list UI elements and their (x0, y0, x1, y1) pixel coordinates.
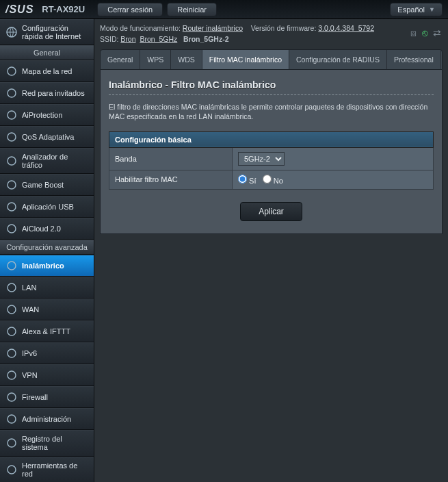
band-select[interactable]: 2.4GHz5GHz-15GHz-2 (238, 152, 285, 166)
mode-label: Modo de funcionamiento: (100, 24, 181, 32)
svg-point-7 (8, 203, 16, 211)
sidebar-adv-8[interactable]: Registro del sistema (0, 430, 94, 456)
radio-no-label[interactable]: No (263, 177, 283, 185)
radio-yes[interactable] (238, 175, 247, 183)
tab-6[interactable]: Roaming Block List (441, 50, 443, 69)
sidebar-adv-5[interactable]: VPN (0, 364, 94, 386)
main-content: Modo de funcionamiento: Router inalámbri… (94, 19, 448, 482)
sidebar-item-label: Inalámbrico (22, 262, 64, 270)
sidebar-item-label: Mapa de la red (22, 67, 72, 75)
sidebar-general-2[interactable]: AiProtection (0, 104, 94, 126)
tab-5[interactable]: Professional (387, 50, 441, 69)
sidebar-general-6[interactable]: Aplicación USB (0, 196, 94, 218)
sidebar-general-3[interactable]: QoS Adaptativa (0, 126, 94, 148)
radio-yes-label[interactable]: Sí (238, 177, 259, 185)
sidebar-item-label: Herramientas de red (22, 461, 88, 478)
sidebar-general-4[interactable]: Analizador de tráfico (0, 148, 94, 174)
svg-point-8 (8, 225, 16, 233)
item-icon (5, 413, 18, 425)
svg-point-10 (8, 283, 16, 292)
model-name: RT-AX92U (42, 4, 85, 14)
svg-point-1 (8, 67, 16, 75)
item-icon (5, 369, 18, 381)
settings-table: Configuración básica Banda 2.4GHz5GHz-15… (109, 131, 434, 190)
item-icon (5, 179, 18, 191)
network-status-icon[interactable]: ⎋ (422, 26, 427, 40)
mode-value[interactable]: Router inalámbrico (183, 24, 243, 32)
svg-point-13 (8, 349, 16, 357)
page-title: Inalámbrico - Filtro MAC inalámbrico (109, 79, 434, 90)
tab-3[interactable]: Filtro MAC inalámbrico (202, 50, 289, 69)
usb-status-icon[interactable]: ⇄ (433, 26, 441, 40)
wifi-status-icon[interactable]: ⧇ (410, 26, 417, 40)
svg-point-2 (8, 89, 16, 97)
logout-button[interactable]: Cerrar sesión (97, 3, 163, 16)
content-panel: Inalámbrico - Filtro MAC inalámbrico El … (100, 70, 443, 234)
language-dropdown[interactable]: Español ▼ (390, 3, 443, 16)
tab-2[interactable]: WDS (171, 50, 202, 69)
top-bar: /SUS RT-AX92U Cerrar sesión Reiniciar Es… (0, 0, 448, 19)
sidebar-adv-9[interactable]: Herramientas de red (0, 457, 94, 482)
svg-point-9 (8, 262, 16, 270)
ssid-value-0[interactable]: Bron (120, 35, 135, 43)
sidebar-item-label: Aplicación USB (22, 203, 74, 211)
radio-no[interactable] (263, 175, 272, 183)
sidebar-general-7[interactable]: AiCloud 2.0 (0, 218, 94, 240)
item-icon (5, 437, 18, 449)
svg-point-4 (8, 133, 16, 141)
ssid-value-1[interactable]: Bron_5GHz (140, 35, 177, 43)
item-icon (5, 155, 18, 167)
svg-point-15 (8, 393, 16, 401)
sidebar-item-label: Configuración rápida de Internet (22, 24, 88, 40)
sidebar-item-label: Firewall (22, 393, 48, 401)
sidebar-item-label: AiProtection (22, 111, 62, 119)
svg-point-12 (8, 327, 16, 335)
sidebar-item-label: Analizador de tráfico (22, 153, 88, 169)
sidebar-item-label: Alexa & IFTTT (22, 327, 70, 335)
sidebar: Configuración rápida de Internet General… (0, 19, 94, 482)
svg-point-18 (8, 466, 16, 474)
sidebar-general-0[interactable]: Mapa de la red (0, 60, 94, 82)
sidebar-adv-7[interactable]: Administración (0, 408, 94, 430)
tab-1[interactable]: WPS (140, 50, 171, 69)
info-bar: Modo de funcionamiento: Router inalámbri… (100, 23, 443, 45)
sidebar-adv-1[interactable]: LAN (0, 277, 94, 299)
sidebar-general-1[interactable]: Red para invitados (0, 82, 94, 104)
sidebar-adv-6[interactable]: Firewall (0, 386, 94, 408)
sidebar-item-label: LAN (22, 283, 36, 292)
apply-button[interactable]: Aplicar (240, 202, 302, 221)
sidebar-item-label: WAN (22, 305, 39, 314)
item-icon (5, 201, 18, 213)
fw-value[interactable]: 3.0.0.4.384_5792 (318, 24, 374, 32)
item-icon (5, 325, 18, 338)
sidebar-item-label: Game Boost (22, 181, 64, 189)
ssid-label: SSID: (100, 35, 118, 43)
item-icon (5, 259, 18, 272)
table-row: Banda 2.4GHz5GHz-15GHz-2 (109, 147, 434, 170)
fw-label: Versión de firmware: (251, 24, 317, 32)
sidebar-adv-3[interactable]: Alexa & IFTTT (0, 320, 94, 342)
chevron-down-icon: ▼ (429, 6, 435, 13)
svg-point-11 (8, 305, 16, 314)
sidebar-section-general: General (0, 45, 94, 60)
sidebar-section-advanced: Configuración avanzada (0, 240, 94, 255)
sidebar-adv-2[interactable]: WAN (0, 299, 94, 320)
tab-4[interactable]: Configuración de RADIUS (289, 50, 387, 69)
svg-point-14 (8, 371, 16, 379)
sidebar-adv-4[interactable]: IPv6 (0, 342, 94, 364)
item-icon (5, 223, 18, 235)
sidebar-adv-0[interactable]: Inalámbrico (0, 255, 94, 277)
sidebar-general-5[interactable]: Game Boost (0, 174, 94, 196)
item-icon (5, 131, 18, 143)
language-label: Español (397, 5, 425, 14)
title-rule (109, 94, 434, 95)
tab-0[interactable]: General (101, 50, 140, 69)
section-header: Configuración básica (109, 131, 434, 147)
item-icon (5, 281, 18, 294)
sidebar-item-label: VPN (22, 371, 38, 379)
band-label: Banda (109, 147, 233, 170)
reboot-button[interactable]: Reiniciar (167, 3, 217, 16)
svg-point-17 (8, 439, 16, 447)
sidebar-quick-setup[interactable]: Configuración rápida de Internet (0, 19, 94, 45)
sidebar-item-label: AiCloud 2.0 (22, 225, 61, 233)
